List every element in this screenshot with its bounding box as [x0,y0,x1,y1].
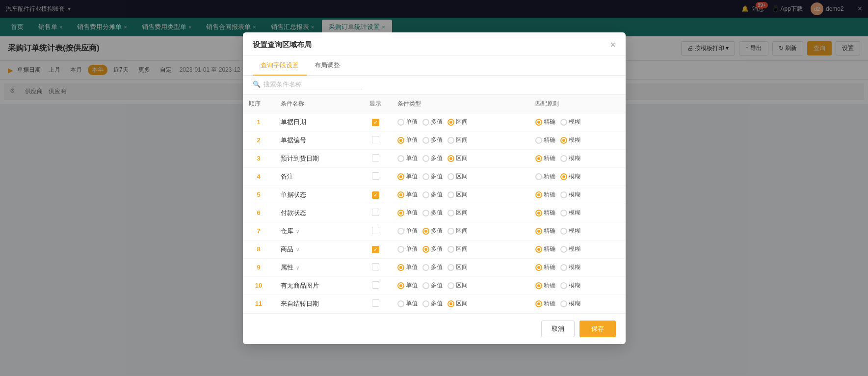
table-header-row: 顺序 条件名称 显示 条件类型 匹配原则 [243,95,626,105]
dialog-tabs: 查询字段设置 布局调整 [243,56,626,76]
tab-layout-adjust[interactable]: 布局调整 [307,56,348,76]
dialog-search-area: 🔍 [243,76,626,95]
dialog-header: 设置查询区域布局 × [243,32,626,56]
dialog-table: 顺序 条件名称 显示 条件类型 匹配原则 1单据日期单值多值区间精确模糊2单据编… [243,95,626,105]
tab-layout-adjust-label: 布局调整 [315,61,340,69]
search-input[interactable] [263,81,362,88]
dialog-title: 设置查询区域布局 [253,40,312,50]
dialog-close-button[interactable]: × [610,40,616,49]
search-icon: 🔍 [253,81,261,88]
th-display: 显示 [360,95,392,105]
th-type: 条件类型 [392,95,530,105]
modal-overlay: 设置查询区域布局 × 查询字段设置 布局调整 🔍 顺序 [0,0,868,104]
tab-query-fields[interactable]: 查询字段设置 [253,56,307,76]
tab-query-fields-label: 查询字段设置 [261,61,299,69]
th-name: 条件名称 [275,95,360,105]
conditions-table: 顺序 条件名称 显示 条件类型 匹配原则 1单据日期单值多值区间精确模糊2单据编… [243,95,626,105]
th-order: 顺序 [243,95,275,105]
th-match: 匹配原则 [529,95,625,105]
settings-dialog: 设置查询区域布局 × 查询字段设置 布局调整 🔍 顺序 [243,32,626,105]
search-underline: 🔍 [253,81,362,89]
